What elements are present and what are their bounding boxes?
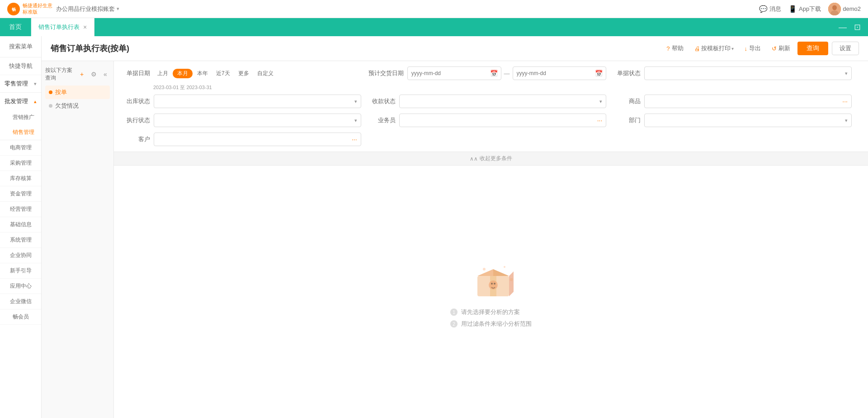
date-tabs: 上月 本月 本年 近7天 更多 自定义 [154, 69, 277, 78]
user-profile[interactable]: demo2 [828, 3, 861, 15]
username: demo2 [843, 5, 861, 12]
app-download-btn[interactable]: 📱 App下载 [788, 5, 821, 13]
warehouse-select[interactable]: ▾ [154, 95, 361, 108]
exec-select[interactable]: ▾ [154, 114, 361, 127]
sidebar-item-ecommerce[interactable]: 电商管理 [0, 140, 41, 156]
tab-sales-order[interactable]: 销售订单执行表 × [31, 18, 94, 36]
collapse-up-icon: ∧∧ [470, 156, 478, 162]
date-range-expected: 📅 — 📅 [407, 66, 607, 80]
tab-home[interactable]: 首页 [0, 18, 31, 36]
app-title: 办公用品行业模拟账套 [56, 5, 115, 13]
settings-button[interactable]: 设置 [832, 42, 859, 55]
date-tab-thisyear[interactable]: 本年 [193, 69, 212, 78]
date-tab-thismonth[interactable]: 本月 [173, 69, 193, 78]
filter-col-warehouse: 出库状态 ▾ [123, 95, 368, 108]
sidebar-wholesale-header[interactable]: 批发管理 ▴ [0, 93, 41, 110]
salesperson-dots-icon[interactable]: ··· [597, 117, 603, 124]
scheme-item-欠货情况[interactable]: 欠货情况 [45, 99, 110, 113]
active-dot-icon [49, 90, 52, 94]
sidebar-sub-sales[interactable]: 销售管理 [0, 125, 41, 140]
query-button[interactable]: 查询 [797, 42, 828, 55]
app-title-area[interactable]: 办公用品行业模拟账套 ▾ [56, 5, 119, 13]
content-body: 按以下方案查询 + ⚙ « 按单 欠货情况 [42, 61, 868, 418]
payment-label: 收款状态 [368, 97, 396, 105]
tab-maximize-btn[interactable]: ⊡ [852, 20, 863, 34]
goods-dots-icon[interactable]: ··· [842, 98, 848, 105]
customer-dots-icon[interactable]: ··· [352, 136, 357, 143]
scheme-item-按单[interactable]: 按单 [45, 86, 110, 99]
calendar-end-icon: 📅 [595, 70, 603, 77]
date-end-input[interactable] [513, 66, 607, 80]
app-title-arrow: ▾ [117, 6, 119, 12]
date-tab-custom[interactable]: 自定义 [254, 69, 277, 78]
status-arrow-icon: ▾ [845, 71, 848, 76]
date-tab-7days[interactable]: 近7天 [212, 69, 234, 78]
settings-scheme-btn[interactable]: ⚙ [89, 70, 98, 79]
date-range-display: 2023-03-01 至 2023-03-31 [123, 84, 859, 95]
sidebar-item-inventory[interactable]: 库存核算 [0, 171, 41, 186]
refresh-btn[interactable]: ↺ 刷新 [768, 43, 794, 54]
filter-col-exec: 执行状态 ▾ [123, 114, 368, 127]
content-main: 单据日期 上月 本月 本年 近7天 更多 自定义 [114, 61, 868, 418]
help-btn[interactable]: ? 帮助 [663, 43, 687, 54]
sidebar-item-quick-nav[interactable]: 快捷导航 [0, 57, 41, 75]
download-icon: 📱 [788, 5, 797, 13]
goods-field[interactable]: ··· [644, 95, 852, 108]
sidebar-item-member[interactable]: 畅会员 [0, 309, 41, 325]
tab-close-icon[interactable]: × [83, 24, 87, 31]
svg-point-14 [504, 266, 505, 268]
sidebar-item-finance[interactable]: 资金管理 [0, 186, 41, 202]
print-btn[interactable]: 🖨 按模板打印 ▾ [691, 43, 737, 54]
sidebar-item-operations[interactable]: 经营管理 [0, 202, 41, 217]
message-icon: 💬 [759, 5, 768, 13]
sidebar-item-purchase[interactable]: 采购管理 [0, 156, 41, 171]
sidebar-item-basics[interactable]: 基础信息 [0, 217, 41, 233]
customer-field[interactable]: ··· [154, 133, 361, 146]
goods-label: 商品 [613, 97, 641, 105]
sidebar-sub-marketing[interactable]: 营销推广 [0, 110, 41, 125]
date-tab-more[interactable]: 更多 [235, 69, 253, 78]
search-menu-btn[interactable]: 搜索菜单 [4, 40, 38, 53]
step-1-num: 1 [450, 309, 458, 316]
dept-select[interactable]: ▾ [644, 114, 852, 127]
expected-date-label: 预计交货日期 [368, 69, 404, 77]
sidebar-item-wechat[interactable]: 企业微信 [0, 294, 41, 309]
exec-arrow-icon: ▾ [354, 118, 357, 124]
filter-row-4: 客户 ··· [123, 133, 859, 152]
sidebar-item-newuser[interactable]: 新手引导 [0, 263, 41, 279]
filter-col-goods: 商品 ··· [613, 95, 859, 108]
help-icon: ? [666, 45, 670, 52]
sidebar-retail-header[interactable]: 零售管理 ▾ [0, 75, 41, 92]
payment-select[interactable]: ▾ [399, 95, 607, 108]
export-btn[interactable]: ↓ 导出 [741, 43, 765, 54]
empty-step-1: 1 请先选择要分析的方案 [450, 308, 532, 316]
filter-spacer-2 [613, 133, 859, 146]
salesperson-field[interactable]: ··· [399, 114, 607, 127]
logo-icon: 畅 [7, 3, 20, 15]
filter-row-1: 单据日期 上月 本月 本年 近7天 更多 自定义 [123, 66, 859, 84]
date-start-wrapper: 📅 [407, 66, 501, 80]
empty-step-2: 2 用过滤条件来缩小分析范围 [450, 320, 532, 328]
date-label: 单据日期 [123, 69, 150, 77]
svg-marker-6 [477, 269, 493, 276]
filter-col-salesperson: 业务员 ··· [368, 114, 614, 127]
collapse-bar[interactable]: ∧∧ 收起更多条件 [114, 152, 868, 166]
add-scheme-btn[interactable]: + [77, 70, 86, 79]
collapse-panel-btn[interactable]: « [101, 70, 110, 79]
sidebar-item-appcenter[interactable]: 应用中心 [0, 279, 41, 294]
sidebar-item-enterprise[interactable]: 企业协同 [0, 248, 41, 263]
date-tab-lastmonth[interactable]: 上月 [154, 69, 172, 78]
status-select[interactable]: ▾ [644, 66, 852, 80]
content-area: 销售订单执行表(按单) ? 帮助 🖨 按模板打印 ▾ ↓ 导出 ↺ 刷新 [42, 36, 868, 418]
filter-col-date: 单据日期 上月 本月 本年 近7天 更多 自定义 [123, 66, 368, 80]
date-start-input[interactable] [407, 66, 501, 80]
svg-text:畅: 畅 [12, 7, 16, 12]
sidebar-item-system[interactable]: 系统管理 [0, 233, 41, 248]
main-layout: 搜索菜单 快捷导航 零售管理 ▾ 批发管理 ▴ 营销推广 销售管理 电商管理 采… [0, 36, 868, 418]
tab-minimize-btn[interactable]: — [837, 21, 849, 34]
salesperson-label: 业务员 [368, 116, 396, 124]
message-btn[interactable]: 💬 消息 [759, 5, 781, 13]
logo-area[interactable]: 畅 畅捷通好生意 标准版 [7, 3, 52, 15]
warehouse-label: 出库状态 [123, 97, 150, 105]
left-filter-header: 按以下方案查询 + ⚙ « [45, 66, 110, 82]
